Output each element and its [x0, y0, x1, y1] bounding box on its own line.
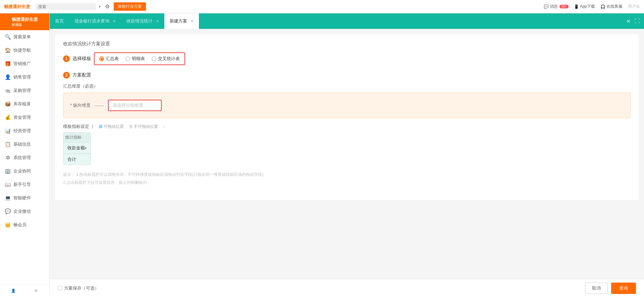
non-draggable-hint: 不可拖动位置: [129, 124, 158, 130]
tab-bank-flow-close[interactable]: ✕: [113, 19, 116, 23]
tab-close-icon[interactable]: ✕: [625, 17, 632, 26]
metrics-row-cell: 合计: [63, 154, 91, 165]
sidebar-item-base-info[interactable]: 📋 基础信息: [0, 138, 49, 151]
metrics-table-wrapper: 统计指标 收款金额 ▾ 合计: [63, 132, 631, 165]
save-label: 方案保存（可选）: [64, 285, 99, 291]
quick-nav-icon: 🏠: [5, 47, 11, 53]
metrics-column-label: 收款金额: [67, 145, 85, 151]
sidebar-item-label: 畅会员: [13, 222, 26, 228]
sidebar-footer-settings[interactable]: ⚙: [25, 287, 47, 294]
sidebar-item-label: 经营管理: [13, 128, 31, 134]
sidebar-item-label: 采购管理: [13, 88, 31, 94]
settings-icon[interactable]: ⚙: [105, 3, 110, 10]
sidebar-item-label: 系统管理: [13, 155, 31, 161]
hardware-icon: 💻: [5, 195, 11, 201]
content-area: 首页 现金银行流水查询 ✕ 收款情况统计 ✕ 新建方案 ✕ ✕ ⛶ 收款情况统计…: [50, 13, 644, 297]
sidebar-footer-user[interactable]: 👤: [3, 287, 24, 294]
sidebar-item-label: 基础信息: [13, 141, 31, 147]
sidebar-item-member[interactable]: 👑 畅会员: [0, 218, 49, 232]
base-info-icon: 📋: [5, 141, 11, 147]
tab-new-plan[interactable]: 新建方案 ✕: [164, 13, 199, 29]
sidebar-item-system[interactable]: ⚙ 系统管理: [0, 151, 49, 164]
sidebar-item-quick-nav[interactable]: 🏠 快捷导航: [0, 44, 49, 57]
sidebar-item-label: 快捷导航: [13, 47, 31, 53]
bottom-actions: 取消 查询: [585, 283, 636, 294]
tip-1: 提示： 1.拖动标题栏可以调整布局，不可跨维度或指标区域拖动列目字段(只能在同一…: [63, 170, 631, 179]
sidebar-item-wechat[interactable]: 💬 企业微信: [0, 205, 49, 218]
cancel-button[interactable]: 取消: [585, 283, 608, 294]
sidebar-item-label: 企业协同: [13, 168, 31, 174]
radio-cross-label: 交叉统计表: [158, 56, 180, 62]
tab-receipt-stats-label: 收款情况统计: [126, 18, 153, 24]
tab-home-label: 首页: [55, 18, 64, 24]
tab-receipt-stats-close[interactable]: ✕: [156, 19, 159, 23]
sidebar-item-label: 智能硬件: [13, 195, 31, 201]
wechat-icon: 💬: [5, 208, 11, 214]
config-section: 汇总维度（必选） * 纵向维度 —— 请选择分组维度 模板指标设定（: [63, 83, 631, 187]
tip-2: 2.点击标题栏下拉可设置排序、插入列和删除列: [63, 179, 631, 187]
step2-header: 2 方案配置: [63, 72, 631, 79]
non-draggable-dot: [129, 125, 132, 128]
radio-detail[interactable]: 明细表: [125, 56, 145, 62]
dimension-label: * 纵向维度: [70, 102, 91, 108]
draggable-hint: 可拖动位置: [99, 124, 124, 130]
dimension-selector[interactable]: 请选择分组维度: [108, 100, 162, 111]
system-icon: ⚙: [5, 155, 11, 161]
member-icon: 👑: [5, 222, 11, 228]
metrics-section: 模板指标设定（ 可拖动位置 不可拖动位置 ）: [63, 123, 631, 165]
purchase-icon: 🛍: [5, 88, 11, 94]
radio-summary[interactable]: 汇总表: [99, 56, 119, 62]
metrics-column-header[interactable]: 收款金额 ▾: [63, 143, 91, 154]
radio-cross[interactable]: 交叉统计表: [152, 56, 180, 62]
sidebar-item-label: 营销推广: [13, 61, 31, 67]
sidebar-item-finance[interactable]: 💰 资金管理: [0, 111, 49, 124]
save-option: 方案保存（可选）: [58, 285, 99, 291]
dimension-arrow: ——: [95, 103, 104, 108]
sidebar-item-label: 销售管理: [13, 74, 31, 80]
sidebar-item-sales[interactable]: 👤 销售管理: [0, 70, 49, 84]
sidebar-item-marketing[interactable]: 🎁 营销推广: [0, 57, 49, 70]
step2-title: 方案配置: [72, 72, 91, 78]
guide-icon: 📖: [5, 182, 11, 188]
search-input[interactable]: [36, 3, 96, 10]
radio-summary-label: 汇总表: [106, 56, 119, 62]
save-checkbox[interactable]: [58, 286, 62, 290]
top-bar-right: 💬 消息 99+ 📱 App下载 🎧 在线客服 用户名: [544, 4, 640, 9]
sidebar-item-purchase[interactable]: 🛍 采购管理: [0, 84, 49, 97]
service-area[interactable]: 🎧 在线客服: [600, 4, 623, 9]
sidebar: 畅捷通好生意 标准版 🔍 搜索菜单 🏠 快捷导航 🎁 营销推广 👤 销售管理 🛍…: [0, 13, 50, 297]
radio-detail-label: 明细表: [132, 56, 145, 62]
sidebar-item-enterprise[interactable]: 🏢 企业协同: [0, 164, 49, 178]
tab-bank-flow[interactable]: 现金银行流水查询 ✕: [69, 13, 121, 29]
sidebar-logo-sub: 标准版: [12, 22, 38, 27]
message-area[interactable]: 💬 消息 99+: [544, 4, 569, 9]
sidebar-item-operation[interactable]: 📊 经营管理: [0, 124, 49, 138]
query-button[interactable]: 查询: [611, 283, 636, 294]
radio-detail-circle: [125, 56, 130, 61]
trial-button[interactable]: 体验行业方案: [114, 2, 146, 11]
tab-receipt-stats[interactable]: 收款情况统计 ✕: [121, 13, 164, 29]
metrics-column-header-row: 收款金额 ▾: [63, 143, 91, 154]
config-subtitle: 汇总维度（必选）: [63, 83, 631, 89]
metrics-section-label: 统计指标: [63, 133, 91, 143]
draggable-dot: [99, 125, 102, 128]
dimension-row: * 纵向维度 —— 请选择分组维度: [70, 100, 624, 111]
tab-bar: 首页 现金银行流水查询 ✕ 收款情况统计 ✕ 新建方案 ✕ ✕ ⛶: [50, 13, 644, 29]
sidebar-item-inventory[interactable]: 📦 库存核算: [0, 97, 49, 111]
download-area[interactable]: 📱 App下载: [574, 4, 595, 9]
tab-home[interactable]: 首页: [50, 13, 69, 29]
sidebar-item-label: 搜索菜单: [13, 34, 31, 40]
dropdown-icon[interactable]: ▾: [99, 4, 101, 9]
sidebar-item-label: 资金管理: [13, 114, 31, 120]
sidebar-item-guide[interactable]: 📖 新手引导: [0, 178, 49, 191]
sidebar-item-search-menu[interactable]: 🔍 搜索菜单: [0, 30, 49, 44]
sidebar-footer: 👤 ⚙: [0, 284, 49, 297]
tab-new-plan-close[interactable]: ✕: [191, 19, 194, 23]
tab-expand-icon[interactable]: ⛶: [633, 17, 641, 26]
service-icon: 🎧: [600, 4, 605, 9]
enterprise-icon: 🏢: [5, 168, 11, 174]
top-bar: 畅捷通好生意 ▾ ⚙ 体验行业方案 💬 消息 99+ 📱 App下载 🎧 在线客…: [0, 0, 644, 13]
template-radio-group: 汇总表 明细表 交叉统计表: [94, 52, 185, 65]
page-title: 收款情况统计方案设置: [63, 41, 631, 47]
sidebar-item-hardware[interactable]: 💻 智能硬件: [0, 191, 49, 205]
